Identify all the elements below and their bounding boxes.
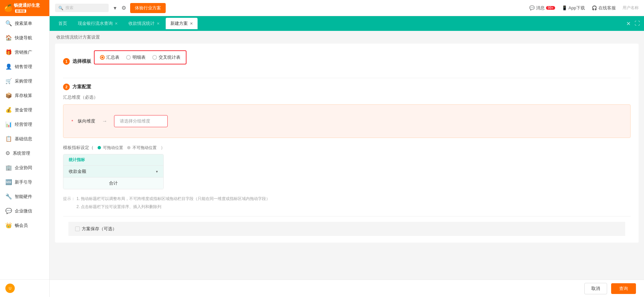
indicator-header-close: ） [161,145,165,151]
sidebar-item-label: 资金管理 [15,107,32,113]
logo-badge: 标准版 [15,9,26,13]
settings-icon[interactable]: ⚙ [121,5,126,11]
radio-detail-circle [126,55,131,60]
sidebar-item-member[interactable]: 👑 畅会员 [0,218,49,233]
tab-new-plan[interactable]: 新建方案 ✕ [166,18,198,29]
top-header: 🔍 搜索 ▼ ⚙ 体验行业方案 💬 消息 99+ 📱 App下载 🎧 在线客服 … [50,0,644,16]
main-area: 🔍 搜索 ▼ ⚙ 体验行业方案 💬 消息 99+ 📱 App下载 🎧 在线客服 … [50,0,644,297]
dimension-select-box[interactable]: 请选择分组维度 [114,115,168,127]
sidebar-item-label: 销售管理 [15,64,32,70]
vertical-dimension-label: 纵向维度 [78,118,95,124]
tab-cashflow[interactable]: 现金银行流水查询 ✕ [73,18,122,29]
sidebar-footer: U [0,279,49,297]
dimension-placeholder: 请选择分组维度 [120,118,150,124]
template-select-area: 汇总表 明细表 交叉统计表 [94,50,186,64]
sidebar-item-label: 搜索菜单 [15,20,32,27]
notification-badge: 99+ [546,6,555,10]
hardware-icon: 🔧 [5,193,12,200]
sidebar-item-quick-nav[interactable]: 🏠 快捷导航 [0,31,49,45]
search-menu-icon: 🔍 [5,20,12,27]
sidebar-item-guide[interactable]: 🆕 新手引导 [0,175,49,189]
sidebar-item-operation[interactable]: 📊 经营管理 [0,117,49,132]
cancel-button[interactable]: 取消 [584,283,607,294]
sidebar-item-label: 采购管理 [15,78,32,84]
radio-cross-label: 交叉统计表 [159,54,180,60]
radio-cross-circle [152,55,157,60]
indicator-table: 统计指标 收款金额 ▾ 合计 [63,154,164,189]
sidebar-item-system[interactable]: ⚙ 系统管理 [0,146,49,160]
save-checkbox-item[interactable]: 方案保存（可选） [75,226,117,232]
tip-prefix-1: 提示： [63,195,75,203]
sidebar-item-search-menu[interactable]: 🔍 搜索菜单 [0,16,49,31]
section1-title: 选择模板 [72,58,91,64]
notification-item[interactable]: 💬 消息 99+ [529,5,555,11]
tip-text-1: 1. 拖动标题栏可以调整布局，不可跨维度或指标区域拖动栏目字段（只能在同一维度或… [76,195,270,203]
save-checkbox[interactable] [75,227,80,231]
download-icon: 📱 [562,5,567,10]
indicator-settings: 模板指标设定（ 可拖动位置 不可拖动位置 ） 统计指标 收款金额 [63,145,631,211]
sidebar-item-funds[interactable]: 💰 资金管理 [0,103,49,117]
sidebar-item-wechat[interactable]: 💬 企业微信 [0,204,49,218]
required-star: * [71,119,73,124]
sidebar-item-inventory[interactable]: 📦 库存核算 [0,88,49,103]
clipboard-icon: 📋 [5,136,12,142]
new-icon: 🆕 [5,179,12,185]
sidebar-item-label: 营销推广 [15,49,32,55]
footer-bar: 取消 查询 [50,280,644,297]
home-icon: 🏠 [5,35,12,41]
indicator-table-header: 统计指标 [63,154,163,166]
headset-icon: 🎧 [592,5,597,10]
close-window-icon[interactable]: ✕ [626,20,631,27]
tabs-bar: 首页 现金银行流水查询 ✕ 收款情况统计 ✕ 新建方案 ✕ ✕ ⛶ [50,16,644,31]
section2-header: 2 方案配置 [63,84,631,90]
page-content: 收款情况统计方案设置 1 选择模板 汇总表 明细表 [50,31,644,297]
search-bar[interactable]: 🔍 搜索 [55,4,109,12]
download-item[interactable]: 📱 App下载 [562,5,585,11]
tab-receipts-close[interactable]: ✕ [157,21,160,26]
tab-home-label: 首页 [58,20,67,27]
movable-toggle: 可拖动位置 [98,145,123,151]
radio-detail[interactable]: 明细表 [126,54,146,60]
tab-new-plan-close[interactable]: ✕ [190,21,193,26]
username: 用户名称 [623,5,639,11]
sidebar-item-label: 经营管理 [15,121,32,128]
indicator-row-amount[interactable]: 收款金额 ▾ [63,166,163,178]
box-icon: 📦 [5,92,12,99]
movable-label: 可拖动位置 [103,145,123,151]
tab-home[interactable]: 首页 [54,18,72,29]
sidebar-item-marketing[interactable]: 🎁 营销推广 [0,45,49,59]
gear-icon: ⚙ [5,150,10,156]
indicator-dropdown-icon[interactable]: ▾ [156,169,158,174]
sidebar-item-enterprise[interactable]: 🏢 企业协同 [0,160,49,175]
tip-2: 提示： 2. 点击标题栏下拉可设置排序、插入列和删除列 [63,203,631,211]
radio-summary[interactable]: 汇总表 [100,54,119,60]
sidebar-item-hardware[interactable]: 🔧 智能硬件 [0,189,49,204]
tab-receipts[interactable]: 收款情况统计 ✕ [124,18,164,29]
tip-text-2: 2. 点击标题栏下拉可设置排序、插入列和删除列 [76,203,161,211]
support-item[interactable]: 🎧 在线客服 [592,5,616,11]
arrow-icon: → [102,118,107,124]
industry-btn[interactable]: 体验行业方案 [130,3,166,13]
tab-cashflow-close[interactable]: ✕ [115,21,118,26]
save-option: 方案保存（可选） [68,222,625,236]
sidebar-item-basic[interactable]: 📋 基础信息 [0,132,49,146]
sidebar-item-label: 企业微信 [15,208,32,214]
sidebar-item-purchase[interactable]: 🛒 采购管理 [0,74,49,88]
form-container: 1 选择模板 汇总表 明细表 [55,44,639,243]
radio-cross[interactable]: 交叉统计表 [152,54,180,60]
money-icon: 💰 [5,107,12,113]
query-button[interactable]: 查询 [611,283,636,294]
tab-new-plan-label: 新建方案 [170,20,188,27]
sidebar-item-label: 智能硬件 [15,194,32,200]
tips-area: 提示： 1. 拖动标题栏可以调整布局，不可跨维度或指标区域拖动栏目字段（只能在同… [63,195,631,211]
maximize-icon[interactable]: ⛶ [635,20,640,27]
chart-icon: 📊 [5,121,12,128]
movable-dot [98,146,101,149]
dropdown-icon[interactable]: ▼ [113,5,117,11]
radio-detail-label: 明细表 [132,54,146,60]
logo-icon: 🍊 [4,4,12,12]
section1-header: 1 选择模板 汇总表 明细表 [63,50,631,72]
sidebar-item-label: 快捷导航 [15,35,32,41]
sidebar-item-sales[interactable]: 👤 销售管理 [0,59,49,74]
section-divider [63,78,631,78]
